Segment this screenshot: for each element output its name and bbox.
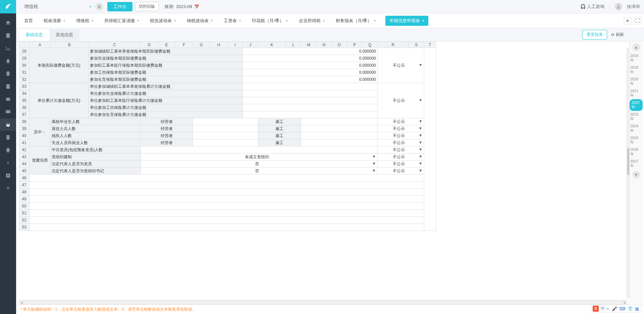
top-bar: 增值税 ▾ 工作台 切到旧版 账期 2023-09 📅 🎧 人工咨询 | 徐泽华	[0, 0, 644, 13]
module-selector[interactable]: 增值税 ▾	[24, 4, 91, 10]
avatar[interactable]	[615, 3, 622, 10]
svg-rect-2	[99, 6, 100, 7]
headset-icon: 🎧	[580, 4, 586, 9]
svg-point-4	[618, 5, 620, 7]
calendar-icon[interactable]: 📅	[194, 4, 199, 9]
svg-rect-1	[99, 6, 100, 6]
switch-old-button[interactable]: 切到旧版	[135, 2, 159, 11]
svg-rect-3	[99, 7, 100, 7]
chevron-down-icon: ▾	[90, 5, 91, 8]
workbench-button[interactable]: 工作台	[107, 2, 132, 11]
period-value: 2023-09	[176, 4, 192, 9]
username: 徐泽华	[627, 4, 640, 10]
consult-label: 人工咨询	[587, 4, 604, 10]
doc-icon[interactable]	[95, 3, 103, 11]
top-right: 🎧 人工咨询 | 徐泽华	[580, 3, 640, 10]
app-logo[interactable]	[0, 0, 16, 13]
consult-button[interactable]: 🎧 人工咨询	[580, 4, 604, 10]
period-label: 账期	[165, 4, 173, 10]
module-selector-label: 增值税	[24, 4, 38, 10]
